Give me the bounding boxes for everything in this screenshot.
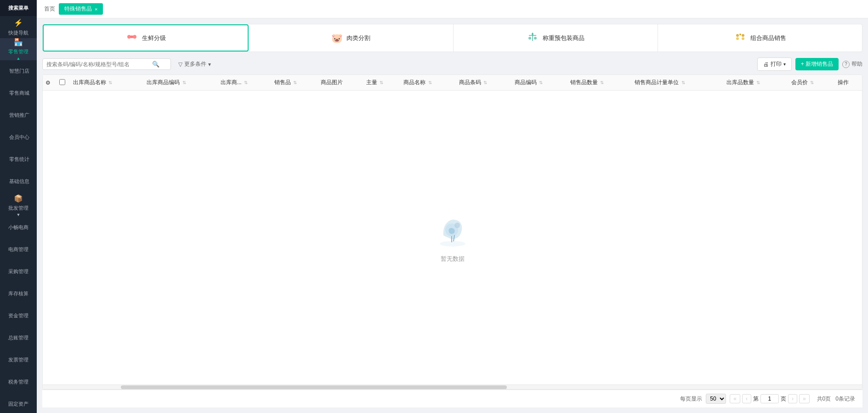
- help-button[interactable]: ? 帮助: [842, 60, 862, 68]
- search-input[interactable]: [46, 61, 152, 68]
- page-first-button[interactable]: «: [730, 394, 740, 403]
- sidebar-item-label: 快捷导航: [8, 29, 28, 36]
- filter-icon: ▽: [178, 61, 182, 68]
- sidebar-item-retail-mall[interactable]: 零售商城: [0, 82, 37, 104]
- sale-item-label: 销售品: [274, 79, 291, 86]
- sidebar-item-label: 采购管理: [8, 268, 28, 275]
- sidebar-item-fixed-assets[interactable]: 固定资产: [0, 393, 37, 413]
- add-product-label: + 新增销售品: [801, 60, 833, 68]
- sidebar-item-sales-promo[interactable]: 营销推广: [0, 104, 37, 126]
- sidebar-item-label: 固定资产: [8, 401, 28, 407]
- sidebar-item-smart-store[interactable]: 智慧门店: [0, 60, 37, 82]
- sidebar-item-label: 零售管理: [8, 48, 28, 55]
- topbar: 首页 特殊销售品 ×: [37, 0, 868, 18]
- tab-meat[interactable]: 🐷 肉类分割: [249, 24, 453, 52]
- sidebar-item-member-center[interactable]: 会员中心: [0, 126, 37, 149]
- sidebar-item-label: 库存核算: [8, 290, 28, 297]
- help-icon: ?: [842, 61, 850, 68]
- combo-tab-label: 组合商品销售: [750, 34, 786, 42]
- active-tab[interactable]: 特殊销售品 ×: [59, 3, 103, 15]
- svg-point-8: [736, 34, 739, 37]
- page-prev-button[interactable]: ‹: [742, 394, 751, 403]
- svg-point-10: [742, 34, 744, 37]
- sort-icon: ⇅: [600, 80, 604, 85]
- sidebar-item-label: 营销推广: [9, 112, 29, 119]
- sidebar-item-finance[interactable]: 资金管理: [0, 305, 37, 327]
- tab-scale[interactable]: 称重预包装商品: [454, 24, 658, 52]
- per-page-select[interactable]: 50: [706, 394, 726, 404]
- search-icon[interactable]: 🔍: [152, 61, 159, 68]
- sort-icon: ⇅: [380, 80, 383, 85]
- sort-icon: ⇅: [681, 80, 685, 85]
- empty-state-icon: [434, 212, 471, 249]
- sidebar-item-tax-mgmt[interactable]: 税务管理: [0, 371, 37, 393]
- product-code-header[interactable]: 商品编码 ⇅: [512, 75, 567, 91]
- table-container: ⚙ 出库商品名称 ⇅ 出库商品编码 ⇅: [42, 75, 862, 390]
- chevron-down-icon: ▾: [783, 62, 786, 67]
- member-price-header[interactable]: 会员价 ⇅: [789, 75, 835, 91]
- tab-close-icon[interactable]: ×: [95, 6, 97, 12]
- sidebar-item-wholesale-mgmt[interactable]: 📦 批发管理 ▼: [0, 195, 37, 217]
- outlet-name-header[interactable]: 出库商品名称 ⇅: [70, 75, 144, 91]
- page-number-input[interactable]: [760, 394, 779, 403]
- select-all-checkbox[interactable]: [59, 79, 65, 85]
- sidebar: 搜索菜单 ⚡ 快捷导航 🏪 零售管理 ▲ 智慧门店 零售商城 营销推广 会员中心…: [0, 0, 37, 413]
- tab-fresh[interactable]: 生鲜分级: [43, 24, 249, 52]
- sidebar-item-accounting[interactable]: 总账管理: [0, 327, 37, 349]
- main-weight-header[interactable]: 主量 ⇅: [363, 75, 401, 91]
- toolbar: 🔍 ▽ 更多条件 ▾ 🖨 打印 ▾ + 新增销售品 ?: [42, 57, 862, 71]
- barcode-header[interactable]: 商品条码 ⇅: [456, 75, 512, 91]
- outlet-name-label: 出库商品名称: [73, 79, 106, 86]
- sort-icon: ⇅: [428, 80, 432, 85]
- sidebar-item-label: 发票管理: [8, 356, 28, 363]
- sale-item-header[interactable]: 销售品 ⇅: [272, 75, 318, 91]
- scrollbar-thumb[interactable]: [121, 385, 507, 389]
- outlet-qty-header[interactable]: 出库品数量 ⇅: [724, 75, 789, 91]
- empty-state: 暂无数据: [43, 91, 862, 384]
- search-box[interactable]: 🔍: [42, 58, 171, 70]
- print-button[interactable]: 🖨 打印 ▾: [757, 57, 792, 71]
- main-content: 首页 特殊销售品 × 生鲜分级 🐷 肉类分割: [37, 0, 868, 413]
- page-next-button[interactable]: ›: [788, 394, 797, 403]
- product-name-header[interactable]: 商品名称 ⇅: [401, 75, 456, 91]
- sort-icon: ⇅: [108, 80, 112, 85]
- filter-label: 更多条件: [184, 60, 206, 68]
- checkbox-col-header[interactable]: [57, 75, 70, 91]
- sidebar-item-purchase-mgmt[interactable]: 采购管理: [0, 261, 37, 283]
- table-header-row: ⚙ 出库商品名称 ⇅ 出库商品编码 ⇅: [43, 75, 862, 91]
- home-link[interactable]: 首页: [44, 5, 55, 13]
- settings-icon[interactable]: ⚙: [45, 80, 51, 86]
- sale-unit-header[interactable]: 销售商品计量单位 ⇅: [632, 75, 724, 91]
- sale-qty-header[interactable]: 销售品数量 ⇅: [567, 75, 632, 91]
- outlet-code-header[interactable]: 出库商品编码 ⇅: [144, 75, 217, 91]
- product-img-label: 商品图片: [321, 79, 343, 86]
- page-last-button[interactable]: »: [799, 394, 810, 403]
- help-label: 帮助: [851, 60, 862, 68]
- retail-mgmt-icon: 🏪: [14, 37, 23, 47]
- sidebar-item-label: 总账管理: [8, 334, 28, 341]
- svg-point-6: [532, 33, 533, 35]
- filter-button[interactable]: ▽ 更多条件 ▾: [175, 58, 215, 70]
- sidebar-item-quick-nav[interactable]: ⚡ 快捷导航: [0, 16, 37, 38]
- sidebar-item-retail-mgmt[interactable]: 🏪 零售管理 ▲: [0, 38, 37, 60]
- sidebar-item-retail-stats[interactable]: 零售统计: [0, 149, 37, 171]
- page-nav: « ‹ 第 页 › »: [730, 394, 809, 403]
- sidebar-item-basic-info[interactable]: 基础信息: [0, 171, 37, 193]
- main-weight-label: 主量: [366, 79, 377, 86]
- sale-unit-label: 销售商品计量单位: [635, 79, 679, 86]
- sidebar-item-invoice-mgmt[interactable]: 发票管理: [0, 349, 37, 371]
- svg-point-15: [454, 223, 460, 228]
- quick-nav-icon: ⚡: [14, 18, 23, 28]
- category-tabs: 生鲜分级 🐷 肉类分割 称重预包装商品: [42, 24, 862, 52]
- toolbar-left: 🔍 ▽ 更多条件 ▾: [42, 58, 215, 70]
- sidebar-item-ecom-mgmt[interactable]: 电商管理: [0, 239, 37, 261]
- sidebar-item-inventory[interactable]: 库存核算: [0, 283, 37, 305]
- outlet-spec-header[interactable]: 出库商... ⇅: [218, 75, 272, 91]
- settings-col-header[interactable]: ⚙: [43, 75, 57, 91]
- add-product-button[interactable]: + 新增销售品: [795, 58, 839, 70]
- sidebar-item-mini-ecom[interactable]: 小畅电商: [0, 217, 37, 239]
- tab-combo[interactable]: 组合商品销售: [658, 24, 862, 52]
- svg-point-0: [127, 35, 131, 39]
- print-icon: 🖨: [763, 61, 769, 68]
- horizontal-scrollbar[interactable]: [43, 384, 862, 389]
